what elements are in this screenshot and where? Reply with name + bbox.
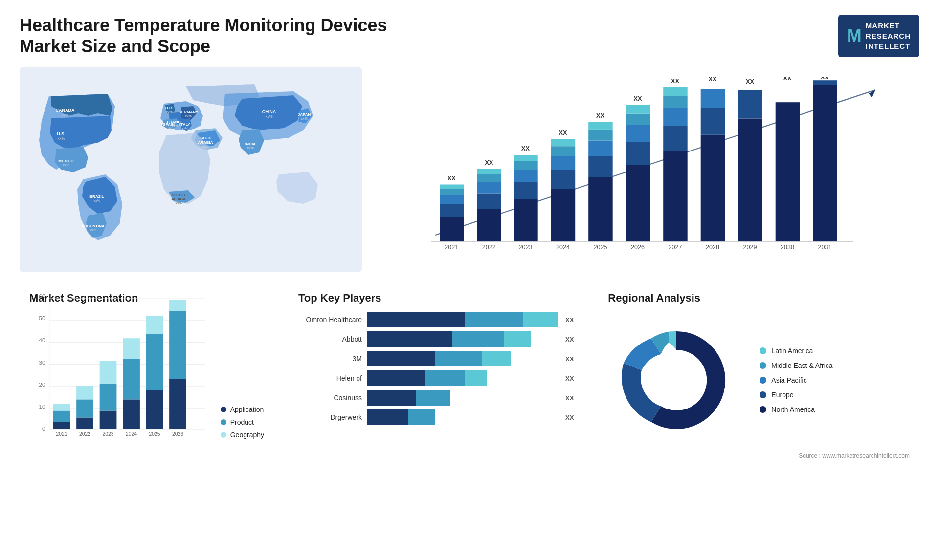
bar-seg-3 (465, 370, 487, 386)
svg-rect-53 (551, 189, 576, 242)
reg-dot-asia-pacific (760, 377, 766, 384)
legend-item-product: Product (221, 418, 264, 426)
reg-label-north-america: North America (771, 406, 815, 413)
svg-rect-42 (477, 194, 502, 209)
svg-text:INDIA: INDIA (245, 142, 256, 146)
player-xx-omron: XX (565, 316, 574, 323)
svg-rect-48 (514, 182, 538, 199)
svg-rect-134 (146, 316, 163, 334)
legend-label-geography: Geography (230, 431, 264, 439)
svg-text:2027: 2027 (668, 244, 682, 251)
page-header: Healthcare Temperature Monitoring Device… (20, 15, 919, 57)
player-name-drgerwerk: Drgerwerk (298, 413, 362, 421)
svg-text:MEXICO: MEXICO (58, 159, 74, 163)
svg-text:2026: 2026 (172, 431, 183, 437)
reg-legend-asia-pacific: Asia Pacific (760, 376, 832, 384)
svg-text:xx%: xx% (93, 199, 100, 202)
svg-rect-61 (588, 141, 613, 156)
legend-dot-product (221, 419, 226, 425)
svg-text:xx%: xx% (247, 146, 253, 150)
reg-dot-europe (760, 391, 766, 398)
svg-text:GERMANY: GERMANY (179, 110, 199, 114)
svg-rect-125 (100, 384, 117, 411)
svg-rect-54 (551, 170, 576, 189)
legend-dot-application (221, 407, 226, 412)
svg-text:xx%: xx% (175, 201, 181, 205)
svg-rect-74 (663, 96, 688, 108)
svg-text:60: 60 (39, 293, 45, 299)
svg-text:BRAZIL: BRAZIL (89, 194, 104, 199)
players-title: Top Key Players (298, 292, 574, 304)
reg-label-mea: Middle East & Africa (771, 362, 832, 369)
svg-text:XX: XX (634, 95, 642, 102)
players-section: Top Key Players Omron Healthcare XX Abbo… (289, 287, 583, 473)
player-xx-3m: XX (565, 355, 574, 363)
regional-content: Latin America Middle East & Africa Asia … (608, 312, 910, 449)
bar-seg-2 (408, 409, 435, 425)
player-xx-helen: XX (565, 375, 574, 382)
svg-rect-36 (440, 204, 464, 217)
svg-text:JAPAN: JAPAN (298, 112, 311, 117)
svg-rect-130 (123, 338, 140, 359)
player-bars-3m (367, 351, 558, 366)
svg-rect-79 (701, 89, 725, 108)
bar-seg-2 (435, 351, 482, 366)
svg-text:30: 30 (39, 360, 45, 366)
reg-legend-latin-america: Latin America (760, 347, 832, 355)
svg-rect-43 (477, 182, 502, 194)
svg-rect-59 (588, 177, 613, 241)
player-bars-abbott (367, 331, 558, 347)
svg-text:xx%: xx% (89, 228, 96, 232)
player-name-abbott: Abbott (298, 335, 362, 343)
map-section: CANADA xx% U.S. xx% MEXICO xx% BRAZIL xx… (20, 67, 362, 272)
svg-rect-50 (514, 161, 538, 170)
svg-rect-37 (440, 195, 464, 204)
svg-text:0: 0 (42, 426, 45, 431)
svg-text:2030: 2030 (781, 244, 794, 251)
bar-seg-3 (523, 312, 558, 327)
svg-rect-75 (663, 87, 688, 96)
reg-label-latin-america: Latin America (771, 347, 813, 355)
svg-text:XX: XX (521, 145, 530, 152)
player-name-omron: Omron Healthcare (298, 316, 362, 323)
svg-rect-81 (738, 119, 762, 242)
logo-line2: RESEARCH (866, 31, 911, 41)
svg-rect-60 (588, 156, 613, 177)
svg-text:2024: 2024 (126, 431, 137, 437)
svg-text:2024: 2024 (556, 244, 570, 251)
svg-text:AFRICA: AFRICA (171, 197, 186, 201)
svg-text:2031: 2031 (818, 244, 831, 251)
logo-box: M MARKET RESEARCH INTELLECT (838, 15, 919, 57)
regional-section: Regional Analysis (598, 287, 919, 473)
svg-text:2026: 2026 (631, 244, 645, 251)
svg-text:xx%: xx% (166, 110, 172, 114)
legend-dot-geography (221, 432, 226, 438)
svg-rect-47 (514, 199, 538, 241)
svg-text:40: 40 (39, 337, 45, 343)
regional-title: Regional Analysis (608, 292, 910, 304)
seg-legend: Application Product Geography (221, 406, 264, 453)
bar-seg-1 (367, 370, 425, 386)
player-xx-abbott: XX (565, 336, 574, 343)
player-row-drgerwerk: Drgerwerk XX (298, 409, 574, 425)
world-map-svg: CANADA xx% U.S. xx% MEXICO xx% BRAZIL xx… (20, 67, 362, 272)
source-text: Source : www.marketresearchintellect.com (608, 452, 910, 459)
player-bars-drgerwerk (367, 409, 558, 425)
svg-text:2029: 2029 (743, 244, 757, 251)
svg-rect-78 (701, 108, 725, 135)
player-bars-helen (367, 370, 558, 386)
svg-text:XX: XX (596, 112, 604, 119)
bar-chart-svg: XX XX XX XX (406, 77, 905, 253)
player-name-3m: 3M (298, 355, 362, 363)
legend-item-application: Application (221, 406, 264, 413)
svg-text:xx%: xx% (181, 127, 188, 130)
svg-rect-77 (701, 135, 725, 242)
svg-text:50: 50 (39, 315, 45, 321)
seg-chart-svg: 0 10 20 30 40 50 60 (29, 287, 211, 452)
svg-text:ITALY: ITALY (179, 122, 190, 127)
svg-text:xx%: xx% (301, 117, 307, 120)
player-row-helen: Helen of XX (298, 370, 574, 386)
svg-rect-86 (813, 85, 837, 241)
player-bars-omron (367, 312, 558, 327)
svg-rect-39 (440, 185, 464, 189)
